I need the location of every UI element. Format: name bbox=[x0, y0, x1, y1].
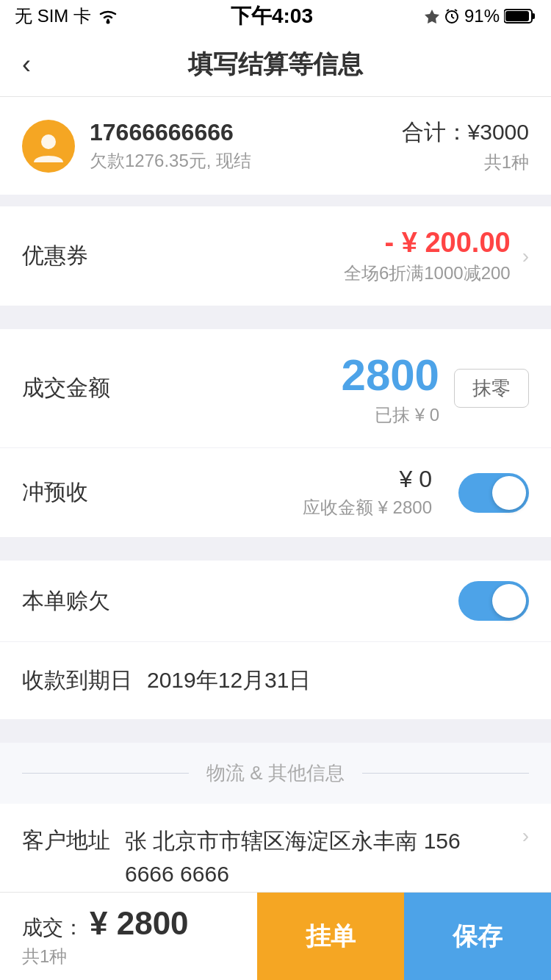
address-label: 客户地址 bbox=[22, 824, 110, 856]
separator-line-left bbox=[22, 773, 189, 774]
coupon-label: 优惠券 bbox=[22, 241, 88, 271]
credit-right bbox=[458, 581, 529, 621]
credit-row: 本单赊欠 bbox=[0, 561, 551, 642]
avatar-icon bbox=[31, 129, 66, 164]
svg-point-9 bbox=[41, 134, 56, 149]
coupon-discount: - ¥ 200.00 bbox=[344, 227, 511, 259]
bottom-deal: 成交： ¥ 2800 bbox=[22, 905, 235, 942]
customer-total: 合计：¥3000 共1种 bbox=[402, 118, 529, 174]
total-count: 共1种 bbox=[402, 151, 529, 174]
save-button[interactable]: 保存 bbox=[404, 893, 551, 981]
bottom-count: 共1种 bbox=[22, 945, 235, 968]
due-date-row: 收款到期日 2019年12月31日 bbox=[0, 642, 551, 719]
prepay-right: ¥ 0 应收金额 ¥ 2800 bbox=[303, 466, 529, 519]
total-amount: 合计：¥3000 bbox=[402, 118, 529, 148]
separator-text: 物流 & 其他信息 bbox=[189, 760, 362, 786]
content-area: 17666666666 欠款1276.35元, 现结 合计：¥3000 共1种 … bbox=[0, 97, 551, 980]
sim-signal: 无 SIM 卡 bbox=[15, 4, 91, 28]
deal-amount-value: 2800 bbox=[342, 350, 439, 400]
credit-toggle[interactable] bbox=[458, 581, 529, 621]
credit-toggle-thumb bbox=[492, 584, 526, 618]
prepay-toggle-thumb bbox=[492, 476, 526, 510]
bottom-bar: 成交： ¥ 2800 共1种 挂单 保存 bbox=[0, 892, 551, 980]
nav-bar: ‹ 填写结算等信息 bbox=[0, 32, 551, 97]
bottom-deal-amount: ¥ 2800 bbox=[90, 905, 189, 942]
prepay-amount-sub: 应收金额 ¥ 2800 bbox=[303, 496, 432, 519]
coupon-section: 优惠券 - ¥ 200.00 全场6折满1000减200 › bbox=[0, 206, 551, 306]
svg-rect-7 bbox=[532, 13, 535, 19]
deal-amount-section: 成交金额 2800 已抹 ¥ 0 抹零 冲预收 ¥ 0 应收金额 ¥ 2800 bbox=[0, 329, 551, 537]
prepay-row: 冲预收 ¥ 0 应收金额 ¥ 2800 bbox=[0, 448, 551, 537]
bottom-summary: 成交： ¥ 2800 共1种 bbox=[0, 905, 257, 968]
divider-1 bbox=[0, 317, 551, 329]
bottom-deal-label: 成交： bbox=[22, 914, 84, 942]
deal-amount-row: 成交金额 2800 已抹 ¥ 0 抹零 bbox=[0, 329, 551, 448]
customer-info: 17666666666 欠款1276.35元, 现结 bbox=[90, 119, 251, 173]
credit-label: 本单赊欠 bbox=[22, 586, 110, 616]
deal-info: 2800 已抹 ¥ 0 bbox=[342, 350, 439, 427]
coupon-row[interactable]: 优惠券 - ¥ 200.00 全场6折满1000减200 › bbox=[0, 206, 551, 306]
battery-icon bbox=[504, 8, 536, 24]
divider-3 bbox=[0, 731, 551, 743]
divider-2 bbox=[0, 549, 551, 561]
battery-percent: 91% bbox=[464, 6, 500, 26]
page-title: 填写结算等信息 bbox=[188, 48, 363, 82]
deal-amount-label: 成交金额 bbox=[22, 373, 110, 403]
separator-line-right bbox=[362, 773, 529, 774]
deal-right: 2800 已抹 ¥ 0 抹零 bbox=[342, 350, 529, 427]
status-left: 无 SIM 卡 bbox=[15, 4, 119, 28]
coupon-detail: 全场6折满1000减200 bbox=[344, 262, 511, 285]
customer-debt: 欠款1276.35元, 现结 bbox=[90, 149, 251, 173]
deal-amount-sub: 已抹 ¥ 0 bbox=[342, 403, 439, 427]
customer-card: 17666666666 欠款1276.35元, 现结 合计：¥3000 共1种 bbox=[0, 97, 551, 195]
prepay-amount-value: ¥ 0 bbox=[303, 466, 432, 493]
avatar bbox=[22, 120, 75, 173]
status-time: 下午4:03 bbox=[231, 2, 313, 30]
due-date-label: 收款到期日 bbox=[22, 666, 132, 696]
address-chevron-icon: › bbox=[522, 824, 529, 848]
status-bar: 无 SIM 卡 下午4:03 91% bbox=[0, 0, 551, 32]
prepay-amount-block: ¥ 0 应收金额 ¥ 2800 bbox=[303, 466, 432, 519]
due-date-value: 2019年12月31日 bbox=[147, 666, 311, 696]
prepay-label: 冲预收 bbox=[22, 478, 88, 508]
address-value: 张 北京市市辖区海淀区永丰南 156 6666 6666 bbox=[125, 824, 508, 890]
credit-section: 本单赊欠 收款到期日 2019年12月31日 bbox=[0, 561, 551, 719]
prepay-toggle[interactable] bbox=[458, 473, 529, 513]
round-button[interactable]: 抹零 bbox=[454, 369, 529, 408]
hold-button[interactable]: 挂单 bbox=[257, 893, 404, 981]
coupon-value-block: - ¥ 200.00 全场6折满1000减200 bbox=[344, 227, 511, 285]
location-icon bbox=[425, 8, 439, 24]
svg-line-3 bbox=[452, 17, 454, 18]
customer-left: 17666666666 欠款1276.35元, 现结 bbox=[22, 119, 251, 173]
back-button[interactable]: ‹ bbox=[22, 49, 31, 80]
chevron-right-icon: › bbox=[522, 245, 529, 268]
svg-line-5 bbox=[455, 10, 457, 11]
svg-rect-8 bbox=[505, 11, 529, 21]
wifi-icon bbox=[97, 8, 119, 24]
status-right: 91% bbox=[425, 6, 536, 26]
customer-phone: 17666666666 bbox=[90, 119, 251, 146]
svg-line-4 bbox=[447, 10, 449, 11]
coupon-right: - ¥ 200.00 全场6折满1000减200 › bbox=[344, 227, 529, 285]
alarm-icon bbox=[444, 8, 460, 24]
separator-label-row: 物流 & 其他信息 bbox=[0, 743, 551, 804]
svg-point-0 bbox=[107, 21, 110, 24]
